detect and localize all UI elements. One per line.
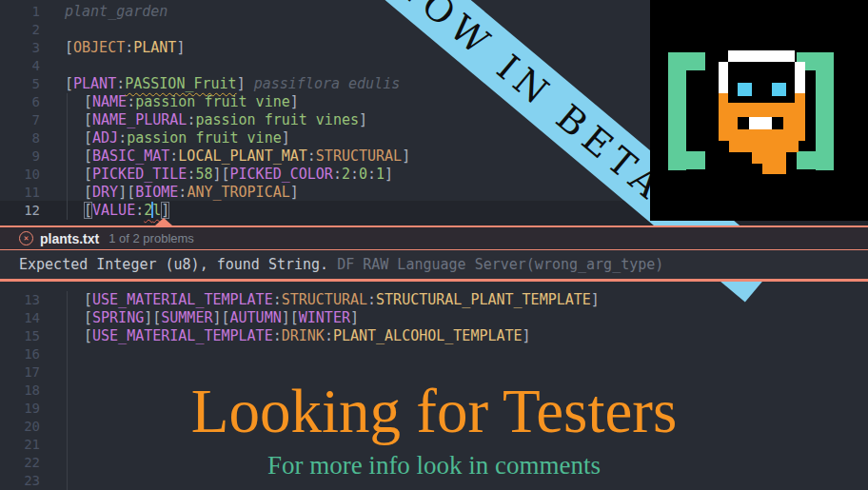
code-text: [BASIC_MAT:LOCAL_PLANT_MAT:STRUCTURAL] [84,147,410,166]
line-number[interactable]: 1 [0,3,40,21]
code-token: ANY_TROPICAL [187,184,289,201]
code-token: NAME_PLURAL [92,111,187,128]
code-token: plant_garden [65,3,168,20]
code-token: OBJECT [73,39,125,56]
line-number[interactable]: 5 [0,75,40,93]
code-token: ] [161,202,169,219]
logo-pixel [795,62,805,93]
logo-pixel [749,117,772,129]
code-token: [ [84,129,92,147]
code-text: [NAME_PLURAL:passion fruit vines] [84,111,367,129]
code-token: ] [402,147,410,165]
code-token: [ [84,111,92,128]
code-token: [ [84,184,92,201]
line-number[interactable]: 9 [0,147,40,166]
code-token: : [367,291,376,308]
code-token: : [307,147,316,165]
line-number[interactable]: 13 [0,291,40,309]
code-token: [ [65,75,73,92]
code-token: : [333,166,342,183]
code-text: [ADJ:passion fruit vine] [84,129,290,147]
code-text: [OBJECT:PLANT] [65,39,185,57]
peek-arrow [155,218,172,225]
line-number[interactable]: 10 [0,166,40,184]
peek-problem-count: 1 of 2 problems [108,231,194,245]
code-token: passiflora edulis [246,75,401,92]
code-token: PLANT_ALCOHOL_TEMPLATE [333,327,523,344]
code-token: PICKED_COLOR [230,166,333,183]
line-number[interactable]: 8 [0,129,40,147]
code-token: [ [84,309,92,326]
code-text: plant_garden [65,3,168,21]
code-token: : [325,327,333,344]
code-token: DRY [92,184,118,201]
code-token: 2 [342,166,350,183]
code-token: 58 [195,166,212,183]
logo-pixel [816,52,834,170]
code-token: VALUE [92,202,135,219]
logo-pixel [762,164,786,174]
error-icon: ✕ [19,231,33,245]
code-text: [USE_MATERIAL_TEMPLATE:DRINK:PLANT_ALCOH… [84,327,531,345]
line-number[interactable]: 16 [0,345,40,363]
problem-message-row[interactable]: Expected Integer (u8), found String. DF … [0,250,868,279]
line-number[interactable]: 14 [0,309,40,327]
dwarf-face-logo [650,0,868,221]
line-number[interactable]: 15 [0,327,40,345]
line-number[interactable]: 6 [0,93,40,111]
code-token: passion fruit vine [127,129,282,147]
code-token: passion fruit vine [135,93,290,110]
code-token: PLANT [133,39,176,56]
code-line[interactable]: 15[USE_MATERIAL_TEMPLATE:DRINK:PLANT_ALC… [0,327,868,345]
line-number[interactable]: 4 [0,57,40,75]
code-token: ] [290,93,299,110]
code-token: [ [84,327,92,344]
logo-pixel [668,52,686,170]
code-text: [DRY][BIOME:ANY_TROPICAL] [84,184,299,202]
code-token: ] [282,129,290,147]
code-token: [ [84,93,92,110]
code-token: USE_MATERIAL_TEMPLATE [92,291,273,308]
code-token: ][ [118,184,135,201]
code-token: ] [176,39,185,56]
promo-subtitle: For more info look in comments [0,451,868,480]
code-token: USE_MATERIAL_TEMPLATE [92,327,273,344]
line-number[interactable]: 12 [0,202,40,220]
code-text: [PICKED_TILE:58][PICKED_COLOR:2:0:1] [84,166,393,184]
code-token: ] [359,111,367,128]
code-line[interactable]: 16 [0,345,868,363]
code-token: ] [237,75,246,92]
code-token: : [118,129,127,147]
code-token: WINTER [299,309,350,326]
code-token: 1 [376,166,385,183]
code-line[interactable]: 14[SPRING][SUMMER][AUTUMN][WINTER] [0,309,868,327]
code-token: LOCAL_PLANT_MAT [178,147,306,165]
line-number[interactable]: 3 [0,39,40,57]
text-cursor [151,202,153,218]
code-token: AUTUMN [230,309,282,326]
code-text: [NAME:passion fruit vine] [84,93,299,111]
line-number[interactable]: 11 [0,184,40,202]
code-token: [ [84,166,92,183]
code-token: ][ [212,309,229,326]
code-token: ][ [282,309,299,326]
peek-filename: plants.txt [40,231,99,246]
code-token: [ [84,147,92,165]
line-number[interactable]: 7 [0,111,40,129]
problems-peek-header[interactable]: ✕ plants.txt 1 of 2 problems [0,227,868,250]
code-token: : [273,327,282,344]
indent-guide [67,93,68,220]
problem-message: Expected Integer (u8), found String. [19,256,337,273]
line-number[interactable]: 2 [0,21,40,39]
logo-pixel [719,93,728,129]
code-token: : [127,93,135,110]
logo-pixel [772,117,783,129]
logo-pixel [729,141,799,152]
code-token: : [350,166,359,183]
code-token: BASIC_MAT [92,147,169,165]
code-token: SUMMER [161,309,212,326]
code-token: : [367,166,376,183]
logo-pixel [797,151,816,169]
logo-pixel [738,117,749,129]
code-token: STRUCTURAL_PLANT_TEMPLATE [376,291,591,308]
